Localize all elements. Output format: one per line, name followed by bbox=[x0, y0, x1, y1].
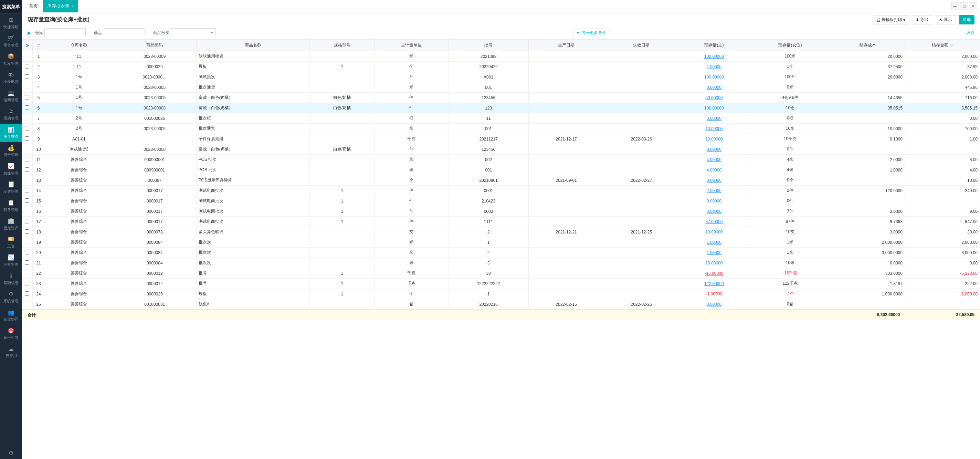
row-check[interactable] bbox=[22, 247, 32, 258]
row-check[interactable] bbox=[22, 299, 32, 309]
row-check[interactable] bbox=[22, 268, 32, 279]
row-qty-main[interactable]: 10.00000 bbox=[679, 258, 749, 268]
row-checkbox[interactable] bbox=[25, 74, 29, 79]
row-qty-main[interactable]: 0.00000 bbox=[679, 113, 749, 124]
sidebar-item-fixed-assets[interactable]: 🏢 固定资产 bbox=[0, 215, 22, 233]
row-check[interactable] bbox=[22, 103, 32, 113]
row-checkbox[interactable] bbox=[25, 54, 29, 58]
sidebar-item-invoice[interactable]: 🧾 发票管理 bbox=[0, 178, 22, 197]
row-qty-main[interactable]: 0.00000 bbox=[679, 144, 749, 155]
row-qty-main[interactable]: 4.00000 bbox=[679, 165, 749, 175]
row-check[interactable] bbox=[22, 217, 32, 227]
filter-button[interactable]: 筛选 bbox=[959, 15, 975, 24]
row-checkbox[interactable] bbox=[25, 64, 29, 69]
row-checkbox[interactable] bbox=[25, 219, 29, 223]
row-check[interactable] bbox=[22, 82, 32, 92]
row-checkbox[interactable] bbox=[25, 302, 29, 306]
row-qty-main[interactable]: 1.00000 bbox=[679, 237, 749, 247]
row-qty-main[interactable]: 4.00000 bbox=[679, 155, 749, 165]
row-qty-main[interactable]: 122.00000 bbox=[679, 279, 749, 289]
sidebar-item-ecom[interactable]: 💻 电商管理 bbox=[0, 87, 22, 105]
row-check[interactable] bbox=[22, 155, 32, 165]
sidebar-item-quick-nav[interactable]: ⊞ 快捷导航 bbox=[0, 14, 22, 32]
row-checkbox[interactable] bbox=[25, 250, 29, 255]
sidebar-item-tax[interactable]: 📋 税务管理 bbox=[0, 197, 22, 215]
row-qty-main[interactable]: 10.00000 bbox=[679, 124, 749, 134]
tab-inventory-batch[interactable]: 库存批次查 × bbox=[43, 0, 78, 13]
row-qty-main[interactable]: 1.00000 bbox=[679, 62, 749, 72]
row-checkbox[interactable] bbox=[25, 198, 29, 203]
row-checkbox[interactable] bbox=[25, 178, 29, 182]
row-check[interactable] bbox=[22, 144, 32, 155]
warehouse-filter-input[interactable] bbox=[45, 28, 86, 37]
row-checkbox[interactable] bbox=[25, 116, 29, 120]
row-check[interactable] bbox=[22, 237, 32, 247]
expand-conditions-button[interactable]: ▼ 展开更多条件 bbox=[572, 29, 610, 37]
row-checkbox[interactable] bbox=[25, 281, 29, 285]
row-qty-main[interactable]: 0.00000 bbox=[679, 82, 749, 92]
sidebar-item-basic-info[interactable]: ℹ 基础信息 bbox=[0, 269, 22, 288]
goods-filter-dots[interactable]: ... bbox=[146, 30, 150, 35]
warehouse-filter-dots[interactable]: ... bbox=[87, 30, 91, 35]
row-qty-main[interactable]: -16.00000 bbox=[679, 268, 749, 279]
print-button[interactable]: 🖨 按模板打印 ▾ bbox=[873, 15, 909, 24]
row-checkbox[interactable] bbox=[25, 85, 29, 89]
sidebar-item-retail[interactable]: 🛒 零售管理 bbox=[0, 32, 22, 50]
row-checkbox[interactable] bbox=[25, 126, 29, 131]
tab-home[interactable]: 首页 bbox=[25, 0, 42, 13]
row-check[interactable] bbox=[22, 289, 32, 299]
row-checkbox[interactable] bbox=[25, 105, 29, 110]
row-checkbox[interactable] bbox=[25, 147, 29, 151]
row-check[interactable] bbox=[22, 165, 32, 175]
sidebar-item-mini-ecom[interactable]: 🛍 小粒电商 bbox=[0, 69, 22, 87]
sidebar-item-reports[interactable]: 📈 总账管理 bbox=[0, 160, 22, 178]
sidebar-item-collab[interactable]: 👥 企业协同 bbox=[0, 306, 22, 325]
sidebar-item-wholesale[interactable]: 📦 批发管理 bbox=[0, 50, 22, 69]
sidebar-item-system[interactable]: ⚙ 系统管理 bbox=[0, 288, 22, 306]
category-filter-select[interactable] bbox=[171, 28, 216, 37]
row-qty-main[interactable]: -1.00000 bbox=[679, 289, 749, 299]
settings-link[interactable]: 设置 bbox=[966, 30, 975, 36]
row-qty-main[interactable]: 2.00000 bbox=[679, 186, 749, 196]
row-check[interactable] bbox=[22, 51, 32, 62]
data-table-container[interactable]: ⊙ # 仓库名称 商品编码 商品名称 规格型号 主计量单位 批号 生产日期 失效… bbox=[22, 40, 980, 459]
row-checkbox[interactable] bbox=[25, 260, 29, 265]
row-qty-main[interactable]: 3.00000 bbox=[679, 206, 749, 217]
row-qty-main[interactable]: 10.00000 bbox=[679, 134, 749, 144]
sidebar-item-inventory[interactable]: 📊 库存核查 bbox=[0, 124, 22, 142]
row-check[interactable] bbox=[22, 196, 32, 206]
minimize-button[interactable]: — bbox=[951, 2, 959, 10]
row-qty-main[interactable]: 10.00000 bbox=[679, 227, 749, 237]
row-qty-main[interactable]: 1.00000 bbox=[679, 247, 749, 258]
sidebar-item-finance[interactable]: 💰 资金管理 bbox=[0, 142, 22, 160]
sidebar-item-payroll[interactable]: 💴 工资 bbox=[0, 233, 22, 251]
display-button[interactable]: 👁 显示 bbox=[935, 15, 956, 24]
row-qty-main[interactable]: 100.00000 bbox=[679, 51, 749, 62]
sidebar-item-purchase[interactable]: 🗂 采购管理 bbox=[0, 105, 22, 123]
col-check[interactable]: ⊙ bbox=[22, 40, 32, 51]
close-button[interactable]: × bbox=[969, 2, 977, 10]
row-qty-main[interactable]: 87.00000 bbox=[679, 217, 749, 227]
row-check[interactable] bbox=[22, 72, 32, 82]
row-check[interactable] bbox=[22, 175, 32, 186]
sidebar-item-cloud-apps[interactable]: ☁ 云应用 bbox=[0, 343, 22, 361]
row-check[interactable] bbox=[22, 134, 32, 144]
row-checkbox[interactable] bbox=[25, 95, 29, 99]
row-check[interactable] bbox=[22, 227, 32, 237]
row-check[interactable] bbox=[22, 279, 32, 289]
row-qty-main[interactable]: 0.00000 bbox=[679, 299, 749, 309]
row-check[interactable] bbox=[22, 186, 32, 196]
row-qty-main[interactable]: 0.00000 bbox=[679, 175, 749, 186]
row-qty-main[interactable]: 100.00000 bbox=[679, 103, 749, 113]
row-qty-main[interactable]: 0.00000 bbox=[679, 196, 749, 206]
row-check[interactable] bbox=[22, 124, 32, 134]
row-check[interactable] bbox=[22, 258, 32, 268]
row-qty-main[interactable]: 100.00000 bbox=[679, 72, 749, 82]
row-check[interactable] bbox=[22, 206, 32, 217]
sidebar-logo[interactable]: 搜索菜单 bbox=[0, 0, 22, 14]
row-checkbox[interactable] bbox=[25, 271, 29, 275]
row-checkbox[interactable] bbox=[25, 209, 29, 213]
row-checkbox[interactable] bbox=[25, 240, 29, 244]
tab-close-icon[interactable]: × bbox=[72, 4, 74, 8]
row-check[interactable] bbox=[22, 92, 32, 103]
